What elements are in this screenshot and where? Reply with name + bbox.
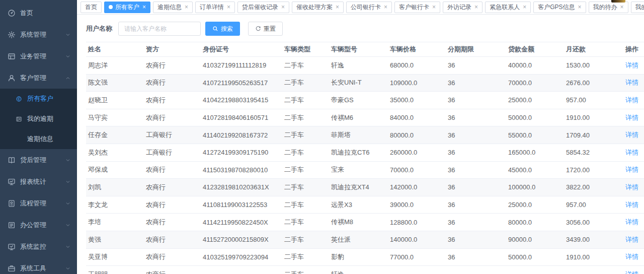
tab-order-detail[interactable]: 订单详情×	[195, 2, 235, 13]
cell-term: 36	[446, 179, 506, 196]
process-icon	[8, 199, 16, 208]
close-icon[interactable]: ×	[281, 4, 285, 10]
tab-visit-records[interactable]: 外访记录×	[443, 2, 482, 13]
close-icon[interactable]: ×	[474, 4, 478, 10]
sidebar-item-all-customers[interactable]: 所有客户	[0, 89, 77, 109]
tab-emergency-contacts[interactable]: 紧急联系人×	[485, 2, 531, 13]
cell-monthly-payment: 2676.00	[564, 74, 623, 92]
detail-link[interactable]: 详情	[625, 79, 638, 86]
detail-link[interactable]: 详情	[625, 166, 638, 173]
reset-button-label: 重置	[264, 25, 276, 33]
sidebar-item-system[interactable]: 系统管理	[0, 24, 77, 45]
tab-my-todo[interactable]: 我的待办×	[589, 2, 628, 13]
table-row: 周志洋农商行410327199111112819二手车轩逸68000.03640…	[86, 57, 644, 75]
cell-price: 84000.0	[388, 109, 446, 126]
reset-button[interactable]: 重置	[248, 22, 283, 36]
search-button[interactable]: 搜索	[205, 22, 240, 36]
tab-collection-records[interactable]: 贷后催收记录×	[237, 2, 289, 13]
cell-term: 36	[446, 109, 506, 126]
tab-my-process[interactable]: 我的流程×	[631, 2, 644, 13]
cell-monthly-payment: 3822.00	[564, 179, 623, 196]
cell-funder: 农商行	[144, 179, 201, 196]
content-panel: 用户名称 搜索 重置	[77, 15, 644, 274]
column-header: 贷款金额	[506, 42, 564, 57]
cell-loan-amount: 25000.0	[506, 196, 564, 214]
close-icon[interactable]: ×	[523, 4, 526, 10]
sidebar-item-loan[interactable]: 贷后管理	[0, 149, 77, 171]
tab-label: 客户GPS信息	[538, 3, 575, 12]
sidebar-item-tools[interactable]: 系统工具	[0, 257, 77, 274]
detail-link[interactable]: 详情	[625, 201, 638, 209]
tab-company-bank-card[interactable]: 公司银行卡×	[346, 2, 392, 13]
sidebar-item-my-overdue[interactable]: 我的逾期	[0, 109, 77, 129]
cell-funder: 农商行	[144, 161, 201, 179]
cell-vehicle-model: 远景X3	[329, 196, 388, 214]
gear-icon	[8, 31, 16, 39]
table-row: 任存金工商银行411402199208167372二手车菲斯塔80000.036…	[86, 126, 644, 144]
table-row: 李文龙农商行411081199003122553二手车远景X339000.036…	[86, 196, 644, 214]
cell-loan-amount: 165000.0	[506, 144, 564, 161]
detail-link[interactable]: 详情	[625, 149, 638, 156]
cell-monthly-payment: 5854.32	[564, 144, 623, 161]
tab-customer-gps[interactable]: 客户GPS信息×	[533, 2, 586, 13]
cell-id-number: 410721199505263517	[201, 74, 282, 92]
tab-label: 贷后催收记录	[242, 3, 278, 12]
detail-link[interactable]: 详情	[625, 131, 638, 139]
detail-link[interactable]: 详情	[625, 96, 638, 104]
close-icon[interactable]: ×	[578, 4, 581, 10]
close-icon[interactable]: ×	[336, 4, 339, 10]
detail-link[interactable]: 详情	[625, 114, 638, 121]
cell-operations: 详情	[623, 126, 644, 144]
column-header: 资方	[144, 42, 201, 57]
cell-operations: 详情	[623, 161, 644, 179]
detail-link[interactable]: 详情	[625, 61, 638, 69]
chevron-up-icon	[65, 75, 71, 81]
sidebar: 首页系统管理业务管理客户管理所有客户我的逾期逾期信息贷后管理报表统计流程管理办公…	[0, 0, 77, 274]
close-icon[interactable]: ×	[185, 4, 188, 10]
sidebar-item-label: 业务管理	[20, 52, 65, 61]
tab-collection-plan[interactable]: 催收处理方案×	[292, 2, 344, 13]
cell-loan-amount: 50000.0	[506, 248, 564, 266]
sidebar-item-overdue-info[interactable]: 逾期信息	[0, 129, 77, 149]
tab-overdue-info[interactable]: 逾期信息×	[153, 2, 193, 13]
cell-term: 36	[446, 92, 506, 109]
cell-monthly-payment: 1530.00	[564, 57, 623, 75]
chevron-down-icon	[65, 53, 71, 59]
customer-name-input[interactable]	[118, 22, 201, 36]
sidebar-item-home[interactable]: 首页	[0, 2, 77, 24]
sidebar-item-label: 办公管理	[20, 221, 65, 230]
close-icon[interactable]: ×	[142, 4, 146, 10]
detail-link[interactable]: 详情	[625, 236, 638, 243]
tab-home[interactable]: 首页	[80, 2, 102, 13]
cell-id-number: 410422198803195415	[201, 92, 282, 109]
monitor-icon	[8, 243, 16, 251]
sidebar-item-report[interactable]: 报表统计	[0, 171, 77, 192]
cell-vehicle-type: 二手车	[282, 144, 329, 161]
cell-price: 39000.0	[388, 196, 446, 214]
close-icon[interactable]: ×	[620, 4, 624, 10]
cell-operations: 详情	[623, 109, 644, 126]
tab-all-customers[interactable]: 所有客户×	[104, 2, 150, 13]
detail-link[interactable]: 详情	[625, 183, 638, 191]
cell-term: 36	[446, 196, 506, 214]
sidebar-item-customer[interactable]: 客户管理	[0, 67, 77, 89]
sidebar-item-office[interactable]: 办公管理	[0, 214, 77, 236]
cell-id-number: 411503198708280010	[201, 161, 282, 179]
tab-label: 紧急联系人	[490, 3, 520, 12]
tab-customer-bank-card[interactable]: 客户银行卡×	[394, 2, 440, 13]
cell-funder: 工商银行	[144, 126, 201, 144]
cell-vehicle-model: 长安UNI-T	[329, 74, 388, 92]
cell-loan-amount	[506, 266, 564, 274]
detail-link[interactable]: 详情	[625, 253, 638, 260]
sidebar-item-process[interactable]: 流程管理	[0, 192, 77, 214]
cell-monthly-payment: 1910.00	[564, 248, 623, 266]
sidebar-item-monitor[interactable]: 系统监控	[0, 236, 77, 257]
cell-vehicle-type: 二手车	[282, 231, 329, 248]
close-icon[interactable]: ×	[384, 4, 387, 10]
close-icon[interactable]: ×	[432, 4, 436, 10]
detail-link[interactable]: 详情	[625, 270, 638, 274]
close-icon[interactable]: ×	[227, 4, 230, 10]
cell-price: 109000.0	[388, 74, 446, 92]
sidebar-item-business[interactable]: 业务管理	[0, 45, 77, 67]
detail-link[interactable]: 详情	[625, 218, 638, 226]
